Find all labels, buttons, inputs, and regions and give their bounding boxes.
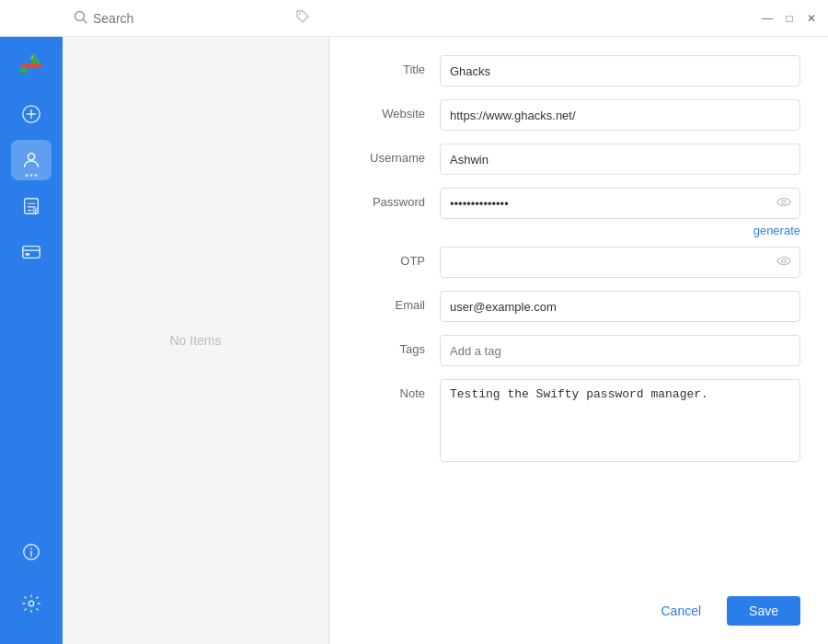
minimize-button[interactable]: — [762,13,773,24]
otp-row: OTP [357,247,800,278]
title-bar-left [0,9,762,27]
title-row: Title [357,55,800,86]
username-input-wrap [440,144,800,175]
svg-rect-16 [26,253,30,256]
username-input[interactable] [440,144,800,175]
password-label: Password [357,188,440,209]
action-buttons: Cancel Save [357,587,800,626]
svg-rect-14 [23,247,40,259]
close-button[interactable]: ✕ [806,13,817,24]
email-label: Email [357,291,440,312]
search-icon [74,10,87,27]
tags-label: Tags [357,335,440,356]
sidebar-item-account[interactable] [11,140,52,180]
website-label: Website [357,99,440,121]
tags-input[interactable] [440,335,800,366]
email-input[interactable] [440,291,800,322]
website-row: Website [357,99,800,131]
password-input-wrap [440,188,800,219]
svg-point-6 [28,154,34,160]
form-rows: Title Website Username [357,55,800,578]
otp-label: OTP [357,247,440,268]
note-input-wrap: Testing the Swifty password manager. [440,379,800,465]
title-label: Title [357,55,440,76]
password-row: Password [357,188,800,219]
cancel-button[interactable]: Cancel [646,596,716,626]
maximize-button[interactable]: □ [784,13,795,24]
window-controls: — □ ✕ [762,13,817,24]
note-input[interactable]: Testing the Swifty password manager. [440,379,800,462]
search-area [74,9,762,27]
item-list-panel: No Items [63,37,329,644]
title-input-wrap [440,55,800,86]
sidebar-item-settings[interactable] [11,583,52,624]
svg-point-21 [777,199,790,206]
generate-link[interactable]: generate [753,224,800,237]
tag-icon[interactable] [295,9,310,27]
sidebar [0,37,63,644]
sidebar-item-cards[interactable] [11,232,52,272]
username-row: Username [357,144,800,175]
svg-point-23 [777,258,790,265]
detail-panel: Title Website Username [329,37,828,644]
note-label: Note [357,379,440,400]
username-label: Username [357,144,440,165]
svg-point-2 [299,13,301,15]
password-eye-icon[interactable] [776,195,791,213]
save-button[interactable]: Save [727,596,800,626]
sidebar-item-notes[interactable] [11,186,52,226]
title-bar: — □ ✕ [0,0,828,37]
generate-row: generate [357,223,800,237]
sidebar-bottom [11,532,52,644]
generate-spacer [357,223,440,237]
website-input[interactable] [440,99,800,131]
tags-input-wrap [440,335,800,366]
email-row: Email [357,291,800,322]
otp-eye-icon[interactable] [776,254,791,271]
website-input-wrap [440,99,800,131]
svg-point-24 [782,259,786,263]
svg-line-1 [84,19,87,23]
main-layout: No Items Title Website Username [0,37,828,644]
svg-point-22 [782,201,786,204]
password-input[interactable] [440,188,800,219]
otp-input[interactable] [440,247,800,278]
tags-row: Tags [357,335,800,366]
sidebar-item-add[interactable] [11,94,52,134]
svg-point-19 [30,547,32,549]
svg-point-20 [29,601,34,606]
active-indicator [26,174,38,177]
search-input[interactable] [93,11,277,26]
note-row: Note Testing the Swifty password manager… [357,379,800,465]
otp-input-wrap [440,247,800,278]
sidebar-item-info[interactable] [11,532,52,572]
no-items-label: No Items [169,333,221,348]
email-input-wrap [440,291,800,322]
app-logo [15,46,48,79]
title-input[interactable] [440,55,800,86]
